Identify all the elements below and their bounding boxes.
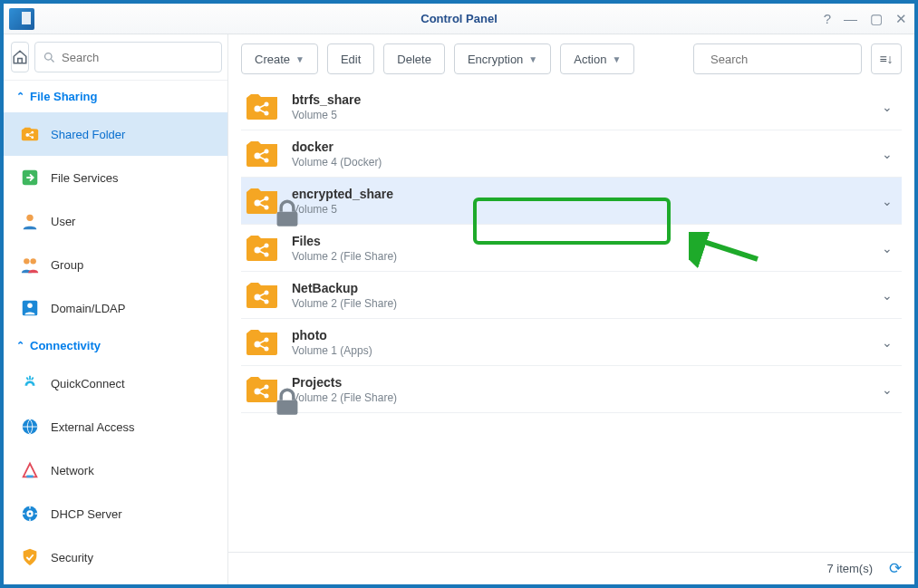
folder-volume: Volume 4 (Docker) (292, 156, 882, 169)
sidebar-item-label: Network (51, 464, 94, 477)
folder-volume: Volume 5 (292, 203, 882, 216)
sidebar-search-input[interactable] (62, 51, 214, 64)
create-button[interactable]: Create▼ (241, 43, 318, 74)
section-header[interactable]: ⌃Connectivity (4, 330, 227, 361)
file-services-icon (20, 168, 40, 188)
sidebar-scroll[interactable]: ⌃File SharingShared FolderFile ServicesU… (4, 81, 227, 584)
sidebar-item-quickconnect[interactable]: QuickConnect (4, 361, 227, 405)
chevron-down-icon[interactable]: ⌄ (882, 241, 893, 255)
titlebar: Control Panel ? — ▢ ✕ (4, 4, 914, 34)
folder-row[interactable]: btrfs_shareVolume 5⌄ (241, 83, 902, 130)
chevron-down-icon[interactable]: ⌄ (882, 194, 893, 208)
close-icon[interactable]: ✕ (895, 12, 907, 25)
shared-folder-icon (245, 281, 279, 310)
sidebar-item-label: File Services (51, 171, 118, 185)
sidebar-item-label: User (51, 215, 75, 228)
control-panel-window: Control Panel ? — ▢ ✕ ⌃File SharingShare… (0, 0, 918, 588)
network-icon (20, 460, 40, 480)
sidebar-item-security[interactable]: Security (4, 535, 227, 579)
shared-folder-icon (245, 140, 279, 169)
quickconnect-icon (20, 373, 40, 393)
shared-folder-icon (245, 375, 279, 404)
encryption-button[interactable]: Encryption▼ (454, 43, 551, 74)
sidebar-top (4, 34, 227, 81)
sidebar-item-network[interactable]: Network (4, 448, 227, 492)
sidebar-item-label: Security (51, 551, 93, 564)
folder-row[interactable]: NetBackupVolume 2 (File Share)⌄ (241, 272, 902, 319)
svg-rect-16 (26, 476, 33, 478)
filter-search-input[interactable] (710, 53, 863, 66)
sidebar-item-dhcp-server[interactable]: DHCP Server (4, 492, 227, 535)
item-count: 7 item(s) (826, 562, 873, 575)
chevron-down-icon[interactable]: ⌄ (882, 288, 893, 303)
chevron-down-icon[interactable]: ⌄ (882, 382, 893, 397)
chevron-down-icon[interactable]: ⌄ (882, 335, 893, 350)
sidebar-item-shared-folder[interactable]: Shared Folder (4, 112, 227, 156)
toolbar: Create▼ Edit Delete Encryption▼ Action▼ … (228, 34, 914, 83)
refresh-button[interactable]: ⟳ (889, 559, 902, 578)
folder-volume: Volume 5 (292, 109, 882, 121)
edit-button[interactable]: Edit (327, 43, 374, 74)
sidebar-item-domain-ldap[interactable]: Domain/LDAP (4, 286, 227, 330)
caret-down-icon: ▼ (295, 54, 304, 64)
svg-point-14 (27, 383, 33, 389)
minimize-icon[interactable]: — (844, 12, 857, 25)
shared-folder-icon (245, 234, 279, 263)
folder-list: btrfs_shareVolume 5⌄dockerVolume 4 (Dock… (228, 83, 914, 552)
window-controls: ? — ▢ ✕ (824, 12, 907, 25)
sidebar-search[interactable] (34, 42, 222, 72)
section-header[interactable]: ⌃File Sharing (4, 81, 227, 112)
sidebar-item-label: External Access (51, 420, 135, 434)
help-icon[interactable]: ? (824, 12, 831, 25)
action-button[interactable]: Action▼ (560, 43, 634, 74)
folder-row[interactable]: photoVolume 1 (Apps)⌄ (241, 319, 902, 366)
search-icon (43, 51, 56, 64)
sidebar-item-file-services[interactable]: File Services (4, 156, 227, 199)
chevron-down-icon[interactable]: ⌄ (882, 147, 893, 161)
window-title: Control Panel (420, 12, 498, 25)
external-access-icon (20, 417, 40, 437)
folder-volume: Volume 2 (File Share) (292, 250, 882, 263)
sidebar-item-external-access[interactable]: External Access (4, 405, 227, 448)
svg-rect-35 (277, 211, 298, 226)
svg-point-13 (27, 304, 33, 309)
sidebar-item-label: DHCP Server (51, 507, 122, 521)
chevron-up-icon: ⌃ (16, 91, 24, 102)
user-icon (20, 211, 40, 231)
sidebar-item-group[interactable]: Group (4, 243, 227, 286)
folder-name: NetBackup (292, 281, 882, 295)
folder-name: Projects (292, 375, 882, 390)
sidebar-item-user[interactable]: User (4, 199, 227, 243)
svg-point-0 (45, 53, 53, 60)
folder-row[interactable]: ProjectsVolume 2 (File Share)⌄ (241, 366, 902, 413)
lock-icon (270, 388, 283, 400)
main: Create▼ Edit Delete Encryption▼ Action▼ … (228, 34, 914, 584)
sidebar-item-label: Group (51, 258, 83, 272)
folder-name: encrypted_share (292, 187, 882, 201)
svg-point-10 (24, 258, 29, 264)
filter-search[interactable] (693, 43, 862, 74)
shared-folder-icon (245, 187, 279, 216)
shared-folder-icon (245, 92, 279, 121)
app-icon (9, 8, 34, 30)
statusbar: 7 item(s) ⟳ (228, 552, 914, 584)
sidebar-item-label: Shared Folder (51, 128, 125, 141)
folder-row[interactable]: FilesVolume 2 (File Share)⌄ (241, 225, 902, 272)
maximize-icon[interactable]: ▢ (870, 12, 883, 25)
dhcp-server-icon (20, 504, 40, 524)
svg-rect-2 (22, 130, 38, 141)
home-button[interactable] (11, 42, 29, 72)
home-icon (12, 49, 28, 65)
group-icon (20, 255, 40, 275)
security-icon (20, 547, 40, 567)
domain-ldap-icon (20, 298, 40, 318)
folder-name: docker (292, 140, 882, 154)
chevron-down-icon[interactable]: ⌄ (882, 100, 893, 114)
delete-button[interactable]: Delete (383, 43, 445, 74)
folder-row[interactable]: dockerVolume 4 (Docker)⌄ (241, 130, 902, 178)
folder-row[interactable]: encrypted_shareVolume 5⌄ (241, 178, 902, 225)
svg-rect-56 (277, 400, 298, 414)
sort-button[interactable]: ≡↓ (871, 43, 902, 74)
lock-icon (270, 199, 283, 212)
svg-line-1 (51, 59, 53, 62)
